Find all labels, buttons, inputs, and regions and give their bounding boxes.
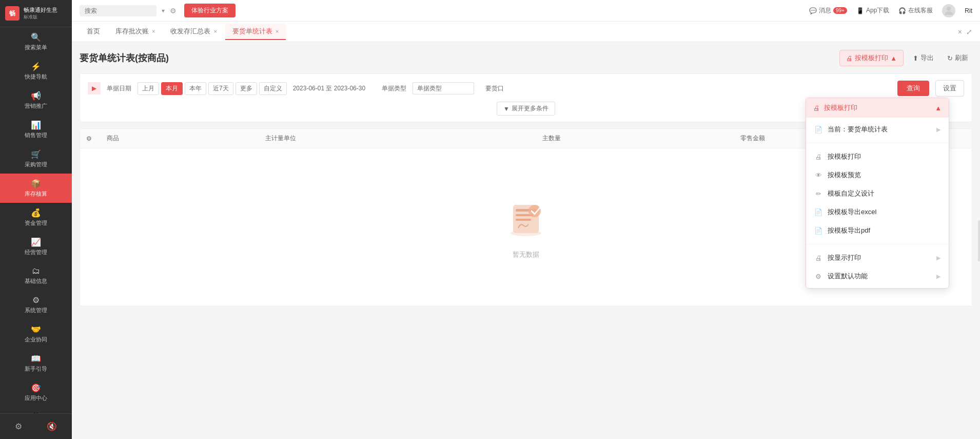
maximize-window-icon[interactable]: ⤢: [966, 28, 972, 36]
print-chevron-up-icon: ▲: [890, 54, 897, 62]
app-name: 畅康通好生意: [24, 6, 57, 13]
sidebar-item-guide[interactable]: 📖 新手引导: [0, 349, 72, 378]
dropdown-item-set-default[interactable]: ⚙ 设置默认功能 ▶: [806, 267, 949, 285]
marketing-icon: 📢: [31, 91, 41, 101]
tab-close-order-stats[interactable]: ×: [276, 28, 279, 34]
avatar[interactable]: [942, 4, 955, 17]
sidebar-item-quick-nav[interactable]: ⚡ 快捷导航: [0, 56, 72, 86]
empty-illustration: [503, 195, 549, 242]
type-select[interactable]: 单据类型: [413, 82, 474, 94]
printer-icon: 🖨: [846, 54, 853, 62]
dropdown-item-template-pdf[interactable]: 📄 按模板导出pdf: [806, 221, 949, 240]
goods-filter-label: 要货口: [485, 84, 504, 93]
sidebar-item-operation[interactable]: 📈 经营管理: [0, 232, 72, 261]
sidebar-item-inventory[interactable]: 📦 库存核算: [0, 174, 72, 203]
headset-icon: 🎧: [898, 7, 906, 14]
date-btn-current-month[interactable]: 本月: [161, 82, 183, 95]
sidebar-item-marketing[interactable]: 📢 营销推广: [0, 86, 72, 115]
sidebar-item-collab[interactable]: 🤝 企业协同: [0, 319, 72, 349]
print-template-button[interactable]: 🖨 按模板打印 ▲: [839, 50, 904, 66]
sidebar-bottom: ⚙ 🔇: [0, 413, 72, 439]
topbar: ▾ ⚙ 体验行业方案 💬 消息 99+ 📱 App下载 🎧 在线客服 Rit: [72, 0, 980, 22]
tab-receipt-summary[interactable]: 收发存汇总表 ×: [163, 24, 224, 40]
sidebar-item-search[interactable]: 🔍 搜索菜单: [0, 27, 72, 56]
current-template-icon: 📄: [814, 126, 822, 133]
dropdown-item-template-design[interactable]: ✏ 模板自定义设计: [806, 184, 949, 203]
sidebar-item-wechat[interactable]: 💬 企业微信: [0, 407, 72, 413]
sidebar-item-appstore[interactable]: 🎯 应用中心: [0, 378, 72, 407]
tab-inventory-batch[interactable]: 库存批次账 ×: [108, 24, 162, 40]
dropdown-item-template-preview[interactable]: 👁 按模板预览: [806, 166, 949, 184]
date-btn-current-year[interactable]: 本年: [185, 82, 206, 95]
svg-point-0: [947, 7, 951, 11]
date-btn-prev-month[interactable]: 上月: [138, 82, 159, 95]
app-badge: 标准版: [24, 14, 57, 21]
th-unit: 主计量单位: [259, 129, 536, 148]
current-arrow-icon: ▶: [936, 126, 940, 133]
expand-icon: ▼: [503, 105, 509, 112]
dropdown-item-template-excel[interactable]: 📄 按模板导出excel: [806, 203, 949, 221]
trial-button[interactable]: 体验行业方案: [184, 4, 236, 17]
type-filter-label: 单据类型: [382, 84, 406, 93]
message-icon: 💬: [809, 7, 817, 14]
date-range-display: 2023-06-01 至 2023-06-30: [293, 84, 365, 93]
app-download-icon: 📱: [856, 7, 864, 14]
sound-icon[interactable]: 🔇: [44, 419, 60, 434]
tabs-actions: × ⤢: [958, 28, 972, 36]
tab-home[interactable]: 首页: [80, 24, 107, 40]
dropdown-divider-2: [806, 244, 949, 244]
search-input[interactable]: [80, 5, 156, 16]
topbar-gear-icon[interactable]: ⚙: [170, 7, 177, 15]
dropdown-collapse-icon[interactable]: ▲: [935, 104, 942, 112]
dropdown-item-display-print[interactable]: 🖨 按显示打印 ▶: [806, 249, 949, 267]
sales-icon: 📊: [31, 120, 41, 130]
scrollbar[interactable]: [978, 220, 980, 261]
tab-close-receipt-summary[interactable]: ×: [213, 28, 217, 34]
sidebar-item-basic[interactable]: 🗂 基础信息: [0, 261, 72, 290]
appstore-icon: 🎯: [31, 383, 41, 393]
refresh-button[interactable]: ↻ 刷新: [943, 51, 972, 65]
export-button[interactable]: ⬆ 导出: [909, 51, 938, 65]
date-buttons: 上月 本月 本年 近7天 更多 自定义: [138, 82, 287, 95]
tab-order-stats[interactable]: 要货单统计表 ×: [225, 24, 286, 40]
date-btn-more[interactable]: 更多: [236, 82, 257, 95]
app-download-item[interactable]: 📱 App下载: [856, 6, 889, 15]
date-btn-custom[interactable]: 自定义: [259, 82, 287, 95]
inventory-icon: 📦: [31, 179, 41, 188]
dropdown-divider-1: [806, 143, 949, 143]
username-label: Rit: [965, 7, 972, 14]
date-btn-7days[interactable]: 近7天: [208, 82, 233, 95]
sidebar-item-sales[interactable]: 📊 销售管理: [0, 115, 72, 144]
svg-rect-5: [516, 219, 531, 221]
dropdown-header-left: 🖨 按模板打印: [813, 103, 857, 112]
refresh-icon: ↻: [947, 54, 953, 62]
query-button[interactable]: 查询: [897, 81, 929, 96]
sidebar: 畅 畅康通好生意 标准版 🔍 搜索菜单 ⚡ 快捷导航 📢 营销推广 📊 销售管理…: [0, 0, 72, 439]
sidebar-item-system[interactable]: ⚙ 系统管理: [0, 290, 72, 319]
page-content: 要货单统计表(按商品) 🖨 按模板打印 ▲ ⬆ 导出 ↻ 刷新: [72, 42, 980, 439]
set-default-icon: ⚙: [814, 273, 822, 280]
tab-close-inventory-batch[interactable]: ×: [152, 28, 155, 34]
dropdown-item-current[interactable]: 📄 当前：要货单统计表 ▶: [806, 120, 949, 139]
dropdown-item-template-print[interactable]: 🖨 按模板打印: [806, 147, 949, 166]
dropdown-section-current: 📄 当前：要货单统计表 ▶: [806, 118, 949, 141]
app-logo: 畅 畅康通好生意 标准版: [0, 0, 72, 27]
settings-button[interactable]: 设置: [935, 80, 964, 97]
template-preview-icon: 👁: [814, 171, 822, 179]
search-dropdown-icon[interactable]: ▾: [162, 7, 165, 14]
th-qty: 主数量: [536, 129, 734, 148]
quick-nav-icon: ⚡: [31, 62, 41, 71]
message-item[interactable]: 💬 消息 99+: [809, 6, 847, 15]
column-settings-icon[interactable]: ⚙: [86, 135, 92, 142]
guide-icon: 📖: [31, 354, 41, 364]
sidebar-item-purchase[interactable]: 🛒 采购管理: [0, 144, 72, 174]
expand-more-btn[interactable]: ▼ 展开更多条件: [497, 102, 555, 116]
empty-svg: [503, 195, 549, 241]
filter-expand-left-btn[interactable]: ▶: [88, 82, 101, 94]
sidebar-item-finance[interactable]: 💰 资金管理: [0, 203, 72, 232]
close-window-icon[interactable]: ×: [958, 28, 962, 36]
customer-service-item[interactable]: 🎧 在线客服: [898, 6, 933, 15]
avatar-img: [943, 5, 955, 17]
settings-bottom-icon[interactable]: ⚙: [12, 419, 25, 434]
logo-icon: 畅: [5, 6, 19, 21]
